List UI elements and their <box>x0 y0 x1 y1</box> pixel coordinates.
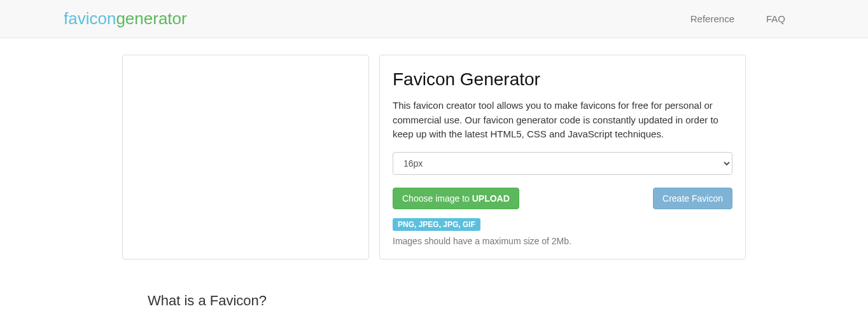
generator-panel: Favicon Generator This favicon creator t… <box>379 55 746 259</box>
upload-strong: UPLOAD <box>472 193 510 204</box>
nav-link-faq[interactable]: FAQ <box>766 13 785 24</box>
brand-part-favicon: favicon <box>64 9 116 28</box>
navbar: favicongenerator Reference FAQ <box>0 0 868 38</box>
formats-badge: PNG, JPEG, JPG, GIF <box>393 218 480 231</box>
size-hint: Images should have a maximum size of 2Mb… <box>393 236 732 246</box>
panel-row: Favicon Generator This favicon creator t… <box>122 55 746 259</box>
section-heading-what-is-favicon: What is a Favicon? <box>148 293 746 309</box>
main-container: Favicon Generator This favicon creator t… <box>122 38 746 309</box>
brand-link[interactable]: favicongenerator <box>64 9 187 29</box>
panel-title: Favicon Generator <box>393 69 732 90</box>
panel-description: This favicon creator tool allows you to … <box>393 99 732 142</box>
nav-links: Reference FAQ <box>690 13 804 24</box>
create-favicon-button[interactable]: Create Favicon <box>653 188 732 209</box>
brand-part-generator: generator <box>116 9 186 28</box>
upload-button[interactable]: Choose image to UPLOAD <box>393 188 519 209</box>
nav-link-reference[interactable]: Reference <box>690 13 734 24</box>
button-row: Choose image to UPLOAD Create Favicon <box>393 188 732 209</box>
preview-panel <box>122 55 369 259</box>
size-select[interactable]: 16px <box>393 152 732 175</box>
upload-prefix: Choose image to <box>402 193 472 204</box>
